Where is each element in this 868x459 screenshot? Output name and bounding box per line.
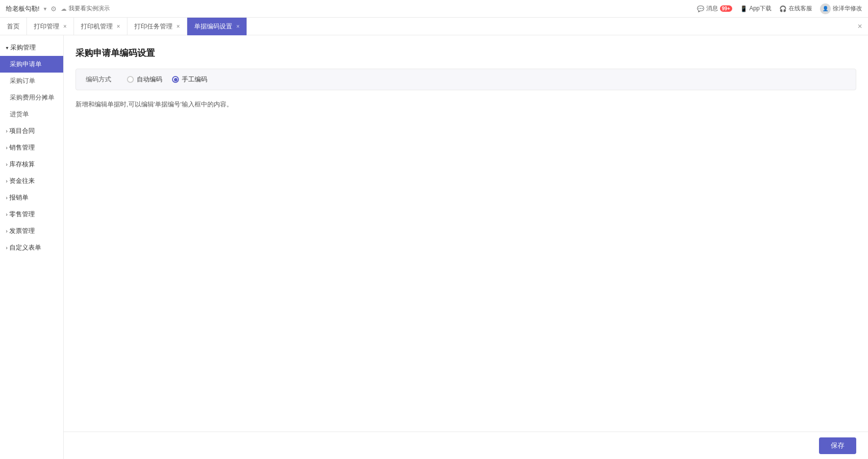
phone-icon: 📱 (740, 5, 747, 12)
sidebar-group-returns-title[interactable]: › 报销单 (0, 189, 63, 206)
top-bar-right: 💬 消息 99+ 📱 App下载 🎧 在线客服 👤 徐泽华修改 (697, 3, 862, 14)
sidebar-group-purchase: ▾ 采购管理 采购申请单 采购订单 采购费用分摊单 进货单 (0, 39, 63, 123)
tab-print-task-mgmt[interactable]: 打印任务管理 × (127, 18, 187, 35)
tab-print-task-mgmt-close[interactable]: × (176, 23, 180, 30)
sidebar-item-purchase-expense[interactable]: 采购费用分摊单 (0, 89, 63, 106)
sidebar-group-retail-title[interactable]: › 零售管理 (0, 206, 63, 223)
sidebar-group-retail: › 零售管理 (0, 206, 63, 223)
hint-text: 新增和编辑单据时,可以编辑'单据编号'输入框中的内容。 (75, 100, 856, 109)
main-layout: ▾ 采购管理 采购申请单 采购订单 采购费用分摊单 进货单 › 项目合同 › 销… (0, 35, 868, 459)
tab-barcode-setting-close[interactable]: × (236, 23, 240, 30)
tab-print-mgmt-label: 打印管理 (34, 22, 59, 31)
user-name: 徐泽华修改 (833, 4, 862, 13)
app-download-label: App下载 (749, 4, 771, 13)
sidebar-group-purchase-title[interactable]: ▾ 采购管理 (0, 39, 63, 56)
arrow-right-icon-3: › (6, 162, 7, 167)
tab-printer-mgmt[interactable]: 打印机管理 × (74, 18, 127, 35)
sidebar-group-custom-forms: › 自定义表单 (0, 239, 63, 256)
tab-print-mgmt-close[interactable]: × (63, 23, 67, 30)
close-all-button[interactable]: × (852, 22, 868, 31)
sidebar-group-funds-label: 资金往来 (9, 177, 35, 185)
tab-bar: 首页 打印管理 × 打印机管理 × 打印任务管理 × 单据编码设置 × × (0, 18, 868, 35)
sidebar-item-stock-in[interactable]: 进货单 (0, 106, 63, 123)
sidebar-group-returns: › 报销单 (0, 189, 63, 206)
sidebar-group-project-contract-label: 项目合同 (9, 127, 35, 135)
arrow-right-icon-1: › (6, 128, 7, 134)
sidebar-group-custom-forms-label: 自定义表单 (9, 243, 41, 252)
sidebar-group-project-contract-title[interactable]: › 项目合同 (0, 123, 63, 139)
demo-text: 我要看实例演示 (69, 4, 110, 13)
radio-manual-code-label: 手工编码 (182, 75, 207, 84)
sidebar-item-purchase-order[interactable]: 采购订单 (0, 73, 63, 89)
sidebar-group-inventory-label: 库存核算 (9, 160, 35, 169)
sidebar-group-sales-title[interactable]: › 销售管理 (0, 139, 63, 156)
encoding-section: 编码方式 自动编码 手工编码 (75, 69, 856, 90)
sidebar-group-returns-label: 报销单 (9, 193, 28, 202)
sidebar-group-funds-title[interactable]: › 资金往来 (0, 173, 63, 189)
user-info-button[interactable]: 👤 徐泽华修改 (820, 3, 862, 14)
encoding-label: 编码方式 (86, 75, 111, 84)
tab-home-label: 首页 (7, 22, 20, 31)
tab-barcode-setting-label: 单据编码设置 (194, 22, 232, 31)
content-area: 采购申请单编码设置 编码方式 自动编码 手工编码 新增和编辑单据时,可以编辑'单… (64, 35, 868, 459)
arrow-right-icon-8: › (6, 245, 7, 251)
content-footer: 保存 (64, 432, 868, 459)
cloud-icon: ☁ (61, 5, 67, 12)
sidebar-item-purchase-request[interactable]: 采购申请单 (0, 56, 63, 73)
tab-printer-mgmt-label: 打印机管理 (81, 22, 113, 31)
tab-home[interactable]: 首页 (0, 18, 27, 35)
sidebar-group-invoice-label: 发票管理 (9, 227, 35, 235)
online-service-button[interactable]: 🎧 在线客服 (779, 4, 812, 13)
sidebar-group-custom-forms-title[interactable]: › 自定义表单 (0, 239, 63, 256)
sidebar-group-funds: › 资金往来 (0, 173, 63, 189)
arrow-right-icon-6: › (6, 212, 7, 217)
sidebar-group-purchase-label: 采购管理 (10, 43, 36, 52)
radio-auto-code-label: 自动编码 (137, 75, 162, 84)
app-download-button[interactable]: 📱 App下载 (740, 4, 771, 13)
arrow-right-icon-7: › (6, 229, 7, 234)
dropdown-icon[interactable]: ▾ (44, 5, 47, 12)
sidebar-group-invoice: › 发票管理 (0, 223, 63, 239)
tab-print-mgmt[interactable]: 打印管理 × (27, 18, 74, 35)
notification-badge: 99+ (720, 5, 732, 12)
notification-button[interactable]: 💬 消息 99+ (697, 4, 732, 13)
sidebar-group-inventory-title[interactable]: › 库存核算 (0, 156, 63, 173)
tab-printer-mgmt-close[interactable]: × (117, 23, 120, 30)
app-title: 给老板勾勒! (6, 4, 40, 13)
gear-icon[interactable]: ⚙ (50, 5, 57, 13)
arrow-right-icon-5: › (6, 195, 7, 201)
radio-auto-code-circle (127, 76, 134, 83)
tab-print-task-mgmt-label: 打印任务管理 (134, 22, 173, 31)
demo-link[interactable]: ☁ 我要看实例演示 (61, 4, 110, 13)
save-button[interactable]: 保存 (819, 437, 856, 454)
sidebar-group-project-contract: › 项目合同 (0, 123, 63, 139)
sidebar-group-invoice-title[interactable]: › 发票管理 (0, 223, 63, 239)
tab-barcode-setting[interactable]: 单据编码设置 × (187, 18, 247, 35)
radio-group: 自动编码 手工编码 (127, 75, 207, 84)
headset-icon: 🎧 (779, 5, 787, 12)
arrow-right-icon-4: › (6, 178, 7, 184)
sidebar-group-sales-label: 销售管理 (9, 143, 35, 152)
radio-manual-code-circle (172, 76, 179, 83)
message-icon: 💬 (697, 5, 704, 12)
radio-auto-code[interactable]: 自动编码 (127, 75, 162, 84)
radio-manual-code[interactable]: 手工编码 (172, 75, 207, 84)
sidebar-group-inventory: › 库存核算 (0, 156, 63, 173)
content-inner: 采购申请单编码设置 编码方式 自动编码 手工编码 新增和编辑单据时,可以编辑'单… (64, 35, 868, 432)
sidebar: ▾ 采购管理 采购申请单 采购订单 采购费用分摊单 进货单 › 项目合同 › 销… (0, 35, 64, 459)
sidebar-group-sales: › 销售管理 (0, 139, 63, 156)
top-bar-left: 给老板勾勒! ▾ ⚙ ☁ 我要看实例演示 (6, 4, 110, 13)
arrow-right-icon-2: › (6, 145, 7, 151)
sidebar-group-retail-label: 零售管理 (9, 210, 35, 219)
page-title: 采购申请单编码设置 (75, 47, 856, 59)
top-bar: 给老板勾勒! ▾ ⚙ ☁ 我要看实例演示 💬 消息 99+ 📱 App下载 🎧 … (0, 0, 868, 18)
online-service-label: 在线客服 (789, 4, 812, 13)
notification-label: 消息 (706, 4, 718, 13)
arrow-down-icon: ▾ (6, 45, 8, 51)
avatar: 👤 (820, 3, 831, 14)
